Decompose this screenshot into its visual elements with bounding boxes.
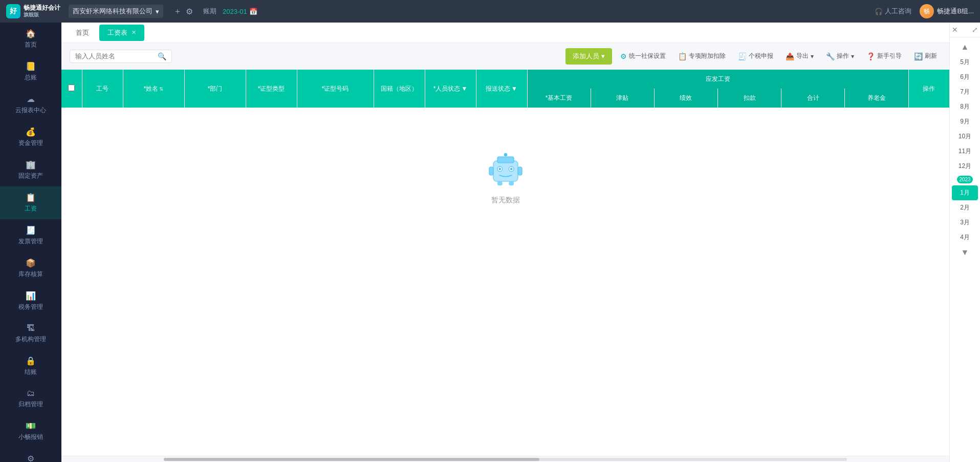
tax-icon: 🧾 xyxy=(738,52,747,60)
th-id-no: *证型号码 xyxy=(297,70,374,108)
help-icon: ❓ xyxy=(866,52,875,60)
date-2022-12[interactable]: 12月 xyxy=(950,159,980,174)
th-total: 合计 xyxy=(781,89,845,108)
social-security-btn[interactable]: ⚙ 统一社保设置 xyxy=(616,50,670,62)
deduct-icon: 📋 xyxy=(678,52,687,60)
personal-tax-btn[interactable]: 🧾 个税申报 xyxy=(734,50,777,62)
export-btn[interactable]: 📤 导出 ▾ xyxy=(781,50,818,62)
filter-person-icon[interactable]: ▼ xyxy=(461,85,467,92)
nav-up-icon[interactable]: ▲ xyxy=(957,41,973,53)
sidebar-item-fixed-assets[interactable]: 🏢 固定资产 xyxy=(0,154,61,186)
special-deduct-btn[interactable]: 📋 专项附加扣除 xyxy=(674,50,730,62)
sidebar-item-inventory[interactable]: 📦 库存核算 xyxy=(0,252,61,285)
sidebar-label-payroll: 工资 xyxy=(25,204,37,213)
date-2023-01[interactable]: 1月 xyxy=(952,185,978,200)
export-label: 导出 xyxy=(796,52,809,60)
period-label: 账期 xyxy=(203,7,216,16)
sidebar-item-tax[interactable]: 📊 税务管理 xyxy=(0,285,61,318)
date-2023-02[interactable]: 2月 xyxy=(950,200,980,215)
svg-rect-10 xyxy=(497,181,503,185)
sidebar: 🏠 首页 📒 总账 ☁ 云报表中心 💰 资金管理 🏢 固定资产 📋 工资 🧾 发… xyxy=(0,23,61,462)
date-2022-06[interactable]: 6月 xyxy=(950,70,980,85)
sidebar-item-close[interactable]: 🔒 结账 xyxy=(0,350,61,383)
sidebar-label-archive: 归档管理 xyxy=(18,400,43,409)
date-2023-04[interactable]: 4月 xyxy=(950,230,980,245)
operate-btn[interactable]: 🔧 操作 ▾ xyxy=(822,50,858,62)
sidebar-item-multi-org[interactable]: 🏗 多机构管理 xyxy=(0,318,61,350)
sidebar-item-payroll[interactable]: 📋 工资 xyxy=(0,186,61,219)
export-chevron-icon: ▾ xyxy=(811,53,814,60)
date-2022-10[interactable]: 10月 xyxy=(950,129,980,144)
date-2022-07[interactable]: 7月 xyxy=(950,85,980,99)
home-icon: 🏠 xyxy=(26,29,36,38)
tab-home[interactable]: 首页 xyxy=(68,25,97,41)
new-guide-btn[interactable]: ❓ 新手引导 xyxy=(862,50,906,62)
tab-payroll-label: 工资表 xyxy=(107,28,127,37)
operate-chevron-icon: ▾ xyxy=(851,53,854,60)
th-report-status[interactable]: 报送状态 ▼ xyxy=(476,70,527,108)
panel-expand-icon[interactable]: ⤢ xyxy=(972,26,978,34)
inventory-icon: 📦 xyxy=(26,258,36,268)
scroll-track[interactable] xyxy=(164,458,847,461)
security-icon: ⚙ xyxy=(620,52,627,60)
refresh-btn[interactable]: 🔄 刷新 xyxy=(910,50,941,62)
sidebar-label-tax: 税务管理 xyxy=(18,303,43,311)
svg-rect-11 xyxy=(509,181,514,185)
date-2022-05[interactable]: 5月 xyxy=(950,55,980,70)
sidebar-item-fund[interactable]: 💰 资金管理 xyxy=(0,121,61,154)
date-2022-09[interactable]: 9月 xyxy=(950,114,980,129)
sidebar-item-invoice[interactable]: 🧾 发票管理 xyxy=(0,219,61,252)
date-2023-03[interactable]: 3月 xyxy=(950,215,980,230)
sidebar-item-settings[interactable]: ⚙ 基础设置 xyxy=(0,448,61,462)
th-pension: 养老金 xyxy=(845,89,908,108)
th-name[interactable]: *姓名 ⇅ xyxy=(123,70,184,108)
sort-name-icon[interactable]: ⇅ xyxy=(159,86,163,92)
sidebar-item-ledger[interactable]: 📒 总账 xyxy=(0,55,61,88)
chevron-down-icon: ▾ xyxy=(601,52,605,60)
org-icon: 🏗 xyxy=(27,324,35,333)
panel-close-icon[interactable]: ✕ xyxy=(952,26,958,34)
tab-payroll[interactable]: 工资表 ✕ xyxy=(99,25,144,41)
company-selector[interactable]: 西安虾米网络科技有限公司 ▾ xyxy=(69,5,163,18)
main-layout: 🏠 首页 📒 总账 ☁ 云报表中心 💰 资金管理 🏢 固定资产 📋 工资 🧾 发… xyxy=(0,23,980,462)
tab-home-label: 首页 xyxy=(76,28,89,37)
th-num: 工号 xyxy=(82,70,123,108)
top-bar-right: 🎧 人工咨询 畅 畅捷通B组... xyxy=(875,4,974,18)
date-2022-11[interactable]: 11月 xyxy=(950,144,980,159)
settings-icon[interactable]: ⚙ xyxy=(186,7,193,16)
sidebar-label-home: 首页 xyxy=(25,40,37,49)
search-input[interactable] xyxy=(75,52,155,60)
sidebar-label-org: 多机构管理 xyxy=(15,335,46,344)
nav-down-icon[interactable]: ▼ xyxy=(957,247,973,258)
th-checkbox[interactable] xyxy=(61,70,82,108)
service-label: 人工咨询 xyxy=(885,7,911,16)
service-btn[interactable]: 🎧 人工咨询 xyxy=(875,7,911,16)
sidebar-item-expense[interactable]: 💵 小畅报销 xyxy=(0,415,61,448)
sidebar-label-cloud: 云报表中心 xyxy=(15,106,46,115)
th-allowance: 津贴 xyxy=(591,89,654,108)
sidebar-item-home[interactable]: 🏠 首页 xyxy=(0,23,61,55)
personal-tax-label: 个税申报 xyxy=(749,52,773,60)
th-salary-group: 应发工资 xyxy=(527,70,908,89)
period-selector[interactable]: 2023-01 📅 xyxy=(223,8,257,15)
add-person-button[interactable]: 添加人员 ▾ xyxy=(565,48,612,65)
th-person-status[interactable]: *人员状态 ▼ xyxy=(425,70,476,108)
payroll-icon: 📋 xyxy=(26,193,36,202)
add-icon[interactable]: ＋ xyxy=(173,6,182,17)
tab-close-icon[interactable]: ✕ xyxy=(132,29,136,36)
select-all-checkbox[interactable] xyxy=(68,85,75,91)
sidebar-item-archive[interactable]: 🗂 归档管理 xyxy=(0,383,61,415)
filter-report-icon[interactable]: ▼ xyxy=(511,85,517,92)
date-2022-08[interactable]: 8月 xyxy=(950,99,980,114)
operate-icon: 🔧 xyxy=(826,52,835,60)
payroll-table: 工号 *姓名 ⇅ *部门 *证型类型 xyxy=(61,70,949,246)
building-icon: 🏢 xyxy=(26,160,36,170)
cloud-icon: ☁ xyxy=(27,94,35,104)
avatar: 畅 xyxy=(920,4,934,18)
logo-icon: 好 xyxy=(6,4,20,18)
sidebar-label-fund: 资金管理 xyxy=(18,139,43,148)
sidebar-label-ledger: 总账 xyxy=(25,73,37,82)
new-guide-label: 新手引导 xyxy=(877,52,902,60)
sidebar-item-cloud-report[interactable]: ☁ 云报表中心 xyxy=(0,88,61,121)
user-info[interactable]: 畅 畅捷通B组... xyxy=(920,4,974,18)
